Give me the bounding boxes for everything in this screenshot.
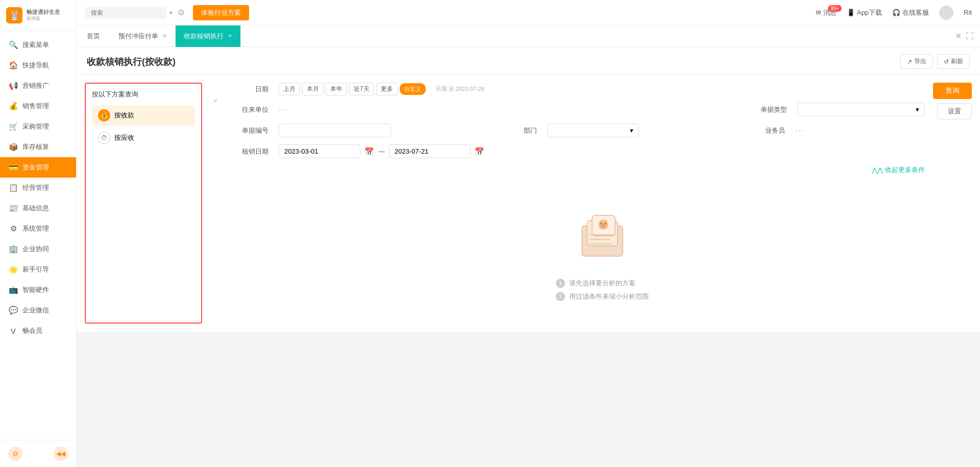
- service-label: 在线客服: [902, 8, 929, 17]
- tab-home[interactable]: 首页: [77, 32, 110, 41]
- sidebar-item-search[interactable]: 🔍 搜索菜单: [0, 35, 76, 55]
- sidebar-item-enterprise[interactable]: 🏢 企业协同: [0, 239, 76, 259]
- sidebar: 🐰 畅捷通好生意 标准版 🔍 搜索菜单 🏠 快捷导航 📢 营销推广 💰 销售管理…: [0, 0, 77, 467]
- sidebar-item-system[interactable]: ⚙ 系统管理: [0, 218, 76, 239]
- date-btn-more[interactable]: 更多: [376, 83, 398, 95]
- query-row-date: 日期 上月 本月 本年 近7天 更多 自定义 不限 至 2023-07-26: [233, 83, 925, 95]
- tab-prepay[interactable]: 预付冲应付单 ✕: [110, 26, 176, 47]
- filter-option-by-receivable[interactable]: ⏱ 按应收: [92, 128, 195, 148]
- wechat-icon: 💬: [8, 305, 18, 315]
- page-actions: ↗ 导出 ↺ 刷新: [900, 54, 970, 69]
- sidebar-item-wechat[interactable]: 💬 企业微信: [0, 300, 76, 321]
- verify-date-end-input[interactable]: [389, 144, 471, 158]
- date-btn-this-year[interactable]: 本年: [326, 83, 347, 95]
- sidebar-item-vip[interactable]: V 畅会员: [0, 321, 76, 341]
- sidebar-item-label-finance: 资金管理: [22, 163, 49, 172]
- query-row-docno: 单据编号 部门 ▾ 业务员 ···: [233, 124, 925, 137]
- dept-label: 部门: [501, 126, 537, 135]
- vendor-input[interactable]: ···: [279, 105, 288, 114]
- enterprise-icon: 🏢: [8, 244, 18, 254]
- sidebar-item-purchase[interactable]: 🛒 采购管理: [0, 116, 76, 137]
- svg-point-4: [600, 223, 602, 225]
- sidebar-item-label-system: 系统管理: [22, 224, 49, 233]
- logo-icon: 🐰: [6, 7, 22, 23]
- tab-collect-close-icon[interactable]: ✕: [228, 33, 232, 39]
- calendar-start-icon[interactable]: 📅: [364, 147, 374, 156]
- staff-input[interactable]: ···: [795, 126, 805, 135]
- by-receipt-icon: 💰: [98, 109, 110, 121]
- date-btn-last-month[interactable]: 上月: [279, 83, 300, 95]
- topbar-app-download-button[interactable]: 📱 App下载: [847, 8, 882, 17]
- tab-expand-icon[interactable]: ⛶: [966, 32, 974, 41]
- collapse-chevron-icon: «: [213, 96, 217, 104]
- sidebar-collapse-button[interactable]: ◀◀: [54, 447, 68, 461]
- hardware-icon: 📺: [8, 285, 18, 295]
- sidebar-item-label-enterprise: 企业协同: [22, 244, 49, 254]
- dept-select[interactable]: ▾: [547, 124, 639, 137]
- export-button[interactable]: ↗ 导出: [900, 54, 933, 69]
- topbar-search-input[interactable]: [85, 7, 166, 19]
- sidebar-menu: 🔍 搜索菜单 🏠 快捷导航 📢 营销推广 💰 销售管理 🛒 采购管理 📦 库存核…: [0, 31, 76, 440]
- tab-close-all-icon[interactable]: ✕: [955, 31, 962, 41]
- filter-collapse-button[interactable]: «: [210, 85, 220, 115]
- sidebar-item-label-inventory: 库存核算: [22, 142, 49, 152]
- sidebar-item-guide[interactable]: 🌟 新手引导: [0, 259, 76, 280]
- verify-date-start-input[interactable]: [279, 144, 360, 158]
- solution-button[interactable]: 体验行业方案: [193, 5, 249, 20]
- export-icon: ↗: [907, 58, 912, 65]
- tab-prepay-close-icon[interactable]: ✕: [162, 33, 167, 39]
- date-btn-this-month[interactable]: 本月: [302, 83, 324, 95]
- by-receivable-icon: ⏱: [98, 132, 110, 144]
- doc-no-label: 单据编号: [233, 126, 268, 135]
- tabs-bar: 首页 预付冲应付单 ✕ 收款核销执行 ✕ ✕ ⛶: [77, 26, 980, 47]
- sidebar-item-finance[interactable]: 💳 资金管理: [0, 157, 76, 178]
- filter-panel: 按以下方案查询 💰 按收款 ⏱ 按应收: [85, 83, 202, 324]
- logo-text-block: 畅捷通好生意 标准版: [27, 8, 60, 22]
- sidebar-item-label-operation: 经营管理: [22, 183, 49, 192]
- basic-icon: 📰: [8, 203, 18, 213]
- date-label: 日期: [233, 85, 268, 94]
- sidebar-item-inventory[interactable]: 📦 库存核算: [0, 137, 76, 157]
- sidebar-item-marketing[interactable]: 📢 营销推广: [0, 76, 76, 96]
- query-actions: 查询 设置: [933, 83, 972, 119]
- more-conditions-label: 收起更多条件: [885, 165, 925, 175]
- sidebar-item-sales[interactable]: 💰 销售管理: [0, 96, 76, 116]
- tip-number-1: 1: [556, 279, 565, 288]
- page-title: 收款核销执行(按收款): [87, 56, 176, 68]
- sidebar-item-quick-nav[interactable]: 🏠 快捷导航: [0, 55, 76, 76]
- sidebar-settings-button[interactable]: ⚙: [8, 447, 22, 461]
- home-icon: 🏠: [8, 60, 18, 70]
- sidebar-item-operation[interactable]: 📋 经营管理: [0, 178, 76, 198]
- chevron-up-icon: ⋀⋀: [872, 166, 883, 174]
- query-row-verify-date: 核销日期 📅 — 📅: [233, 144, 925, 158]
- by-receivable-label: 按应收: [114, 133, 134, 142]
- topbar-chevron-icon[interactable]: ▾: [169, 9, 173, 16]
- topbar-service-button[interactable]: 🎧 在线客服: [892, 8, 929, 17]
- date-btn-7days[interactable]: 近7天: [349, 83, 374, 95]
- sidebar-item-hardware[interactable]: 📺 智能硬件: [0, 280, 76, 300]
- filter-panel-title: 按以下方案查询: [92, 90, 195, 99]
- sidebar-item-label-marketing: 营销推广: [22, 81, 49, 90]
- calendar-end-icon[interactable]: 📅: [475, 147, 484, 156]
- settings-button[interactable]: 设置: [937, 103, 972, 119]
- topbar-avatar: [939, 6, 953, 20]
- verify-date-label: 核销日期: [233, 147, 268, 156]
- sidebar-item-label-wechat: 企业微信: [22, 306, 49, 315]
- search-menu-icon: 🔍: [8, 40, 18, 50]
- date-btn-custom[interactable]: 自定义: [400, 83, 426, 95]
- tab-collect[interactable]: 收款核销执行 ✕: [176, 26, 241, 47]
- inventory-icon: 📦: [8, 142, 18, 152]
- doc-type-select[interactable]: ▾: [797, 103, 925, 116]
- more-conditions-button[interactable]: ⋀⋀ 收起更多条件: [872, 165, 925, 175]
- by-receipt-label: 按收款: [114, 111, 134, 120]
- topbar: ▾ ⚙ 体验行业方案 ✉ 消息 99+ 📱 App下载 🎧 在线客服 Rit: [77, 0, 980, 26]
- topbar-gear-icon[interactable]: ⚙: [178, 8, 185, 17]
- refresh-button[interactable]: ↺ 刷新: [937, 54, 970, 69]
- topbar-message-button[interactable]: ✉ 消息 99+: [816, 8, 837, 17]
- sidebar-item-basic[interactable]: 📰 基础信息: [0, 198, 76, 218]
- date-hint: 不限 至 2023-07-26: [436, 85, 484, 93]
- query-button[interactable]: 查询: [933, 83, 972, 99]
- doc-no-input[interactable]: [279, 124, 391, 137]
- filter-option-by-receipt[interactable]: 💰 按收款: [92, 105, 195, 126]
- vendor-label: 往来单位: [233, 105, 268, 114]
